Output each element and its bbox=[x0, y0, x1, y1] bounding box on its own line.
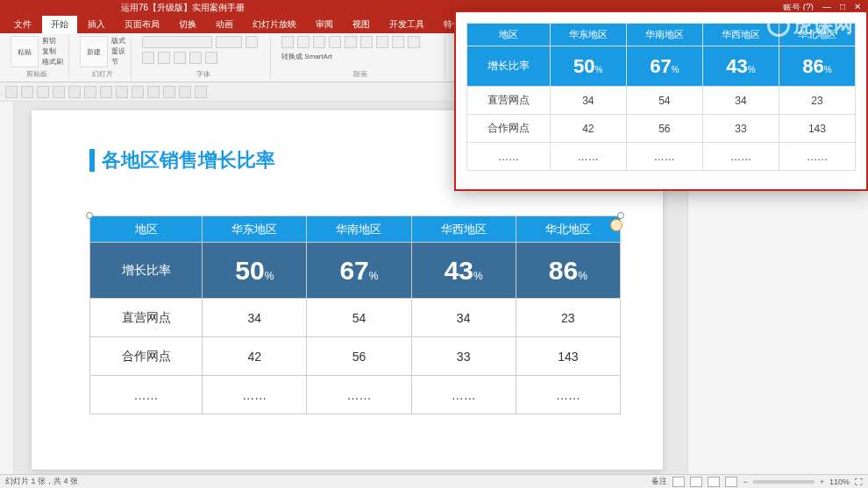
font-combo[interactable] bbox=[142, 36, 212, 48]
zoom-in-icon[interactable]: + bbox=[820, 477, 824, 486]
growth-label[interactable]: 增长比率 bbox=[90, 243, 203, 299]
tab-review[interactable]: 审阅 bbox=[307, 16, 342, 33]
fit-icon[interactable]: ⛶ bbox=[855, 477, 863, 486]
qat-btn[interactable] bbox=[68, 86, 81, 98]
zoom-out-icon[interactable]: − bbox=[743, 477, 747, 486]
tab-view[interactable]: 视图 bbox=[344, 16, 379, 33]
print-icon[interactable] bbox=[53, 86, 65, 98]
strike-button[interactable] bbox=[174, 52, 186, 64]
th: 华东地区 bbox=[550, 24, 626, 46]
selection-handle[interactable] bbox=[617, 212, 624, 219]
copy-button[interactable]: 复制 bbox=[42, 46, 63, 56]
align-right-button[interactable] bbox=[392, 36, 404, 48]
cell[interactable]: 54 bbox=[307, 299, 411, 337]
line-spacing-button[interactable] bbox=[345, 36, 357, 48]
th[interactable]: 华北地区 bbox=[516, 216, 620, 243]
qat-btn[interactable] bbox=[163, 86, 175, 98]
table-row[interactable]: 合作网点 42 56 33 143 bbox=[90, 337, 621, 376]
layout-button[interactable]: 版式 bbox=[111, 36, 125, 46]
cell[interactable]: 56 bbox=[307, 337, 411, 376]
highlight-button[interactable] bbox=[205, 52, 217, 64]
format-button[interactable]: 格式刷 bbox=[42, 57, 63, 67]
pct: % bbox=[265, 270, 274, 282]
row-label[interactable]: 合作网点 bbox=[90, 337, 203, 376]
cell[interactable]: 42 bbox=[203, 337, 307, 376]
growth-val: 43 bbox=[445, 256, 473, 285]
slide-table[interactable]: 地区 华东地区 华南地区 华西地区 华北地区 增长比率 50% 67% 43% … bbox=[89, 216, 621, 414]
bold-button[interactable] bbox=[245, 36, 258, 48]
section-button[interactable]: 节 bbox=[111, 57, 125, 67]
qat-btn[interactable] bbox=[132, 86, 144, 98]
slideshow-view-icon[interactable] bbox=[725, 477, 737, 487]
outline-strip[interactable] bbox=[0, 102, 14, 474]
tab-slideshow[interactable]: 幻灯片放映 bbox=[244, 16, 305, 33]
table-row[interactable]: …… …… …… …… …… bbox=[90, 376, 621, 414]
qat-btn[interactable] bbox=[147, 86, 160, 98]
tab-dev[interactable]: 开发工具 bbox=[381, 16, 433, 33]
reading-view-icon[interactable] bbox=[708, 477, 720, 487]
notes-button[interactable]: 备注 bbox=[651, 476, 667, 487]
size-combo[interactable] bbox=[216, 36, 242, 48]
cell[interactable]: …… bbox=[411, 376, 516, 414]
qat-btn[interactable] bbox=[195, 86, 207, 98]
th[interactable]: 地区 bbox=[90, 216, 203, 243]
indent-inc-button[interactable] bbox=[329, 36, 341, 48]
sorter-view-icon[interactable] bbox=[690, 477, 702, 487]
tab-file[interactable]: 文件 bbox=[5, 16, 40, 33]
qat-btn[interactable] bbox=[84, 86, 96, 98]
row-label[interactable]: 直营网点 bbox=[90, 299, 203, 337]
align-left-button[interactable] bbox=[360, 36, 373, 48]
tab-animation[interactable]: 动画 bbox=[207, 16, 242, 33]
rotate-handle[interactable] bbox=[610, 219, 623, 231]
zoom-slider[interactable] bbox=[753, 480, 815, 484]
th[interactable]: 华南地区 bbox=[307, 216, 411, 243]
bullets-button[interactable] bbox=[281, 36, 294, 48]
th[interactable]: 华东地区 bbox=[203, 216, 307, 243]
cell[interactable]: …… bbox=[516, 376, 620, 414]
justify-button[interactable] bbox=[408, 36, 420, 48]
italic-button[interactable] bbox=[142, 52, 154, 64]
cell[interactable]: 33 bbox=[411, 337, 516, 376]
document-title: 运用76【升级版】实用案例手册 bbox=[121, 2, 245, 14]
underline-button[interactable] bbox=[158, 52, 170, 64]
align-center-button[interactable] bbox=[376, 36, 388, 48]
normal-view-icon[interactable] bbox=[672, 477, 685, 487]
smartart-button[interactable]: 转换成 SmartArt bbox=[281, 52, 332, 61]
redo-icon[interactable] bbox=[37, 86, 49, 98]
qat-btn[interactable] bbox=[116, 86, 128, 98]
cell[interactable]: 34 bbox=[203, 299, 307, 337]
cut-button[interactable]: 剪切 bbox=[42, 36, 63, 46]
growth-row[interactable]: 增长比率 50% 67% 43% 86% bbox=[90, 243, 621, 299]
cell[interactable]: 143 bbox=[516, 337, 620, 376]
cell[interactable]: …… bbox=[203, 376, 307, 414]
zoom-level[interactable]: 110% bbox=[829, 477, 850, 486]
qat-btn[interactable] bbox=[100, 86, 112, 98]
newslide-button[interactable]: 新建 bbox=[80, 36, 108, 67]
tab-transition[interactable]: 切换 bbox=[170, 16, 205, 33]
table-row[interactable]: 直营网点 34 54 34 23 bbox=[90, 299, 621, 337]
reset-button[interactable]: 重设 bbox=[111, 46, 125, 56]
watermark-icon bbox=[767, 14, 790, 37]
pct: % bbox=[369, 270, 379, 282]
cell[interactable]: …… bbox=[307, 376, 411, 414]
row-label[interactable]: …… bbox=[90, 376, 203, 414]
th[interactable]: 华西地区 bbox=[411, 216, 516, 243]
numbering-button[interactable] bbox=[297, 36, 309, 48]
paste-button[interactable]: 粘贴 bbox=[11, 36, 39, 67]
undo-icon[interactable] bbox=[21, 86, 33, 98]
cell[interactable]: 34 bbox=[411, 299, 516, 337]
pct: % bbox=[473, 270, 483, 282]
selection-handle[interactable] bbox=[86, 212, 93, 219]
tab-home[interactable]: 开始 bbox=[42, 16, 77, 33]
slide-title: 各地区销售增长比率 bbox=[102, 147, 275, 173]
save-icon[interactable] bbox=[5, 86, 18, 98]
cell: 34 bbox=[702, 87, 779, 115]
qat-btn[interactable] bbox=[179, 86, 191, 98]
tab-insert[interactable]: 插入 bbox=[79, 16, 114, 33]
cell[interactable]: 23 bbox=[516, 299, 620, 337]
font-color-button[interactable] bbox=[189, 52, 202, 64]
growth-val: 67 bbox=[339, 256, 368, 285]
tab-layout[interactable]: 页面布局 bbox=[116, 16, 168, 33]
indent-dec-button[interactable] bbox=[313, 36, 325, 48]
cell: …… bbox=[550, 143, 626, 171]
